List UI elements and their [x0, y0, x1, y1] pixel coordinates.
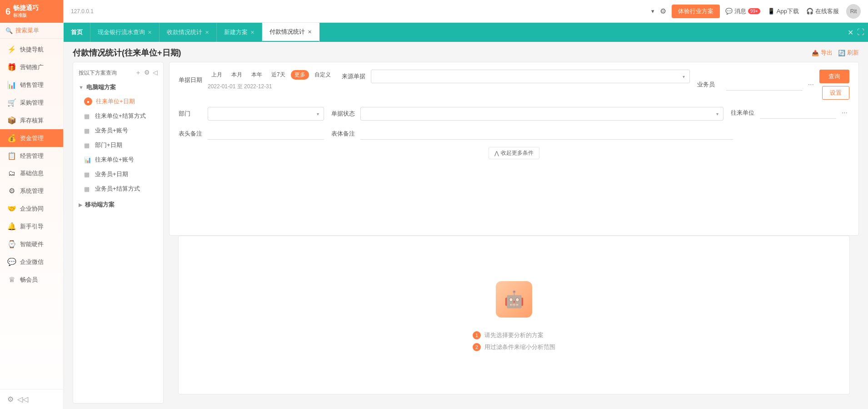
scheme-section-mobile-header[interactable]: ▶ 移动端方案 [73, 198, 163, 212]
date-buttons: 上月 本月 本年 近7天 更多 自定义 [208, 70, 334, 80]
topbar-dropdown-icon[interactable]: ▾ [651, 8, 654, 15]
sidebar-item-guide[interactable]: 🔔 新手引导 [0, 217, 63, 235]
sidebar-search[interactable]: 🔍 搜索菜单 [0, 23, 63, 39]
logo-icon: 6 [5, 6, 10, 17]
tab-new-scheme[interactable]: 新建方案 ✕ [217, 23, 262, 42]
sidebar-item-sales[interactable]: 📊 销售管理 [0, 76, 63, 94]
tab-cash-flow-close[interactable]: ✕ [148, 30, 152, 35]
tab-payment-stats[interactable]: 付款情况统计 ✕ [262, 23, 319, 42]
body-note-input[interactable] [360, 128, 733, 140]
date-btn-this-year[interactable]: 本年 [248, 70, 266, 80]
scheme-collapse-icon[interactable]: ◁ [153, 69, 158, 77]
scheme-panel: 按以下方案查询 ＋ ⚙ ◁ ▼ 电脑端方案 ● 往来单位+日期 [73, 62, 164, 404]
tab-payment-stats-close[interactable]: ✕ [308, 29, 312, 35]
marketing-icon: 🎁 [7, 63, 16, 71]
collapse-button[interactable]: ⋀ 收起更多条件 [489, 147, 539, 159]
scheme-section-mobile: ▶ 移动端方案 [73, 198, 163, 213]
refresh-icon: 🔄 [838, 50, 845, 56]
app-download-button[interactable]: 📱 App下载 [768, 7, 799, 15]
doc-status-label: 单据状态 [331, 110, 357, 118]
finance-icon: 💰 [7, 134, 16, 142]
sidebar-item-label: 基础信息 [20, 169, 44, 177]
partner-input[interactable] [760, 107, 836, 119]
header-note-input[interactable] [208, 128, 324, 140]
scheme-item-salesman-settle[interactable]: ▦ 业务员+结算方式 [73, 182, 163, 196]
tab-close-all-icon[interactable]: ✕ [848, 28, 853, 37]
sidebar-item-label: 采购管理 [20, 99, 44, 107]
tab-new-scheme-label: 新建方案 [224, 28, 248, 36]
page-content: 付款情况统计(往来单位+日期) 📤 导出 🔄 刷新 按以下方案查询 ＋ [64, 42, 868, 409]
dept-select[interactable]: ▾ [208, 107, 324, 121]
tab-cash-flow-label: 现金银行流水查询 [98, 28, 145, 36]
scheme-settings-icon[interactable]: ⚙ [144, 69, 150, 77]
scheme-item-salesman-date[interactable]: ▦ 业务员+日期 [73, 167, 163, 182]
date-label: 单据日期 [179, 76, 204, 84]
date-btn-last-month[interactable]: 上月 [208, 70, 226, 80]
sidebar-item-vip[interactable]: ♕ 畅会员 [0, 271, 63, 288]
collapse-label: 收起更多条件 [501, 149, 534, 157]
date-btn-custom[interactable]: 自定义 [311, 70, 334, 80]
tab-fullscreen-icon[interactable]: ⛶ [857, 28, 864, 36]
sidebar-item-inventory[interactable]: 📦 库存核算 [0, 111, 63, 129]
basic-info-icon: 🗂 [7, 169, 16, 177]
scheme-add-icon[interactable]: ＋ [135, 69, 141, 77]
export-icon: 📤 [812, 50, 819, 56]
partner-ellipsis[interactable]: ··· [840, 109, 849, 117]
tab-revenue-close[interactable]: ✕ [205, 30, 209, 35]
trial-button[interactable]: 体验行业方案 [672, 5, 720, 18]
source-select[interactable]: ▾ [371, 70, 690, 83]
tab-payment-stats-label: 付款情况统计 [269, 28, 305, 36]
section-expand-icon: ▶ [79, 202, 82, 208]
query-btn-group: 查询 设置 [819, 70, 849, 100]
sidebar-item-quick-nav[interactable]: ⚡ 快捷导航 [0, 40, 63, 58]
message-button[interactable]: 💬 消息 99+ [725, 7, 760, 15]
tab-new-scheme-close[interactable]: ✕ [250, 30, 254, 35]
sidebar-item-enterprise[interactable]: 🤝 企业协同 [0, 200, 63, 217]
refresh-button[interactable]: 🔄 刷新 [838, 49, 859, 57]
query-button[interactable]: 查询 [819, 70, 849, 83]
salesman-ellipsis[interactable]: ··· [806, 81, 816, 89]
quick-nav-icon: ⚡ [7, 45, 16, 54]
filter-row-3: 表头备注 表体备注 [179, 128, 849, 140]
scheme-item-partner-date[interactable]: ● 往来单位+日期 [73, 94, 163, 109]
footer-collapse-icon[interactable]: ◁◁ [17, 395, 28, 404]
sidebar-item-basic-info[interactable]: 🗂 基础信息 [0, 165, 63, 182]
service-button[interactable]: 🎧 在线客服 [806, 7, 839, 15]
scheme-section-desktop-header[interactable]: ▼ 电脑端方案 [73, 81, 163, 94]
footer-settings-icon[interactable]: ⚙ [7, 395, 14, 404]
export-button[interactable]: 📤 导出 [812, 49, 833, 57]
filter-group-partner: 往来单位 ··· [731, 107, 849, 119]
scheme-item-icon: ▦ [84, 113, 91, 120]
scheme-item-partner-account[interactable]: 📊 往来单位+账号 [73, 152, 163, 167]
sidebar-item-system[interactable]: ⚙ 系统管理 [0, 182, 63, 200]
sidebar-item-marketing[interactable]: 🎁 营销推广 [0, 58, 63, 76]
sidebar-item-hardware[interactable]: ⌚ 智能硬件 [0, 235, 63, 253]
sidebar-item-operation[interactable]: 📋 经营管理 [0, 147, 63, 165]
user-avatar[interactable]: Rit [846, 4, 861, 19]
sidebar-item-purchase[interactable]: 🛒 采购管理 [0, 94, 63, 111]
sidebar: 6 畅捷通巧 标准版 🔍 搜索菜单 ⚡ 快捷导航 🎁 营销推广 📊 销售管理 🛒… [0, 0, 64, 409]
scheme-item-icon: ▦ [84, 142, 91, 149]
sidebar-item-wechat[interactable]: 💬 企业微信 [0, 253, 63, 271]
scheme-item-dept-date[interactable]: ▦ 部门+日期 [73, 138, 163, 152]
scheme-item-salesman-account[interactable]: ▦ 业务员+账号 [73, 123, 163, 138]
sidebar-item-finance[interactable]: 💰 资金管理 [0, 129, 63, 147]
vip-icon: ♕ [7, 275, 16, 284]
tab-cash-flow[interactable]: 现金银行流水查询 ✕ [90, 23, 160, 42]
tab-home[interactable]: 首页 [64, 23, 90, 42]
date-group: 上月 本月 本年 近7天 更多 自定义 2022-01-01 至 2022-12… [208, 70, 334, 91]
date-btn-this-month[interactable]: 本月 [228, 70, 246, 80]
scheme-item-label: 往来单位+结算方式 [95, 112, 146, 120]
scheme-item-label: 业务员+结算方式 [95, 185, 140, 193]
date-btn-more[interactable]: 更多 [291, 70, 309, 80]
empty-steps: 1 请先选择要分析的方案 2 用过滤条件来缩小分析范围 [473, 329, 555, 353]
date-btn-7days[interactable]: 近7天 [268, 70, 289, 80]
topbar-right: 💬 消息 99+ 📱 App下载 🎧 在线客服 Rit [725, 4, 861, 19]
doc-status-select[interactable]: ▾ [360, 107, 723, 121]
topbar-gear-icon[interactable]: ⚙ [660, 7, 666, 15]
scheme-item-partner-settle[interactable]: ▦ 往来单位+结算方式 [73, 109, 163, 123]
empty-step-1: 1 请先选择要分析的方案 [473, 329, 555, 341]
tab-revenue[interactable]: 收款情况统计 ✕ [160, 23, 217, 42]
settings-button[interactable]: 设置 [822, 86, 849, 100]
salesman-input[interactable] [726, 79, 803, 91]
